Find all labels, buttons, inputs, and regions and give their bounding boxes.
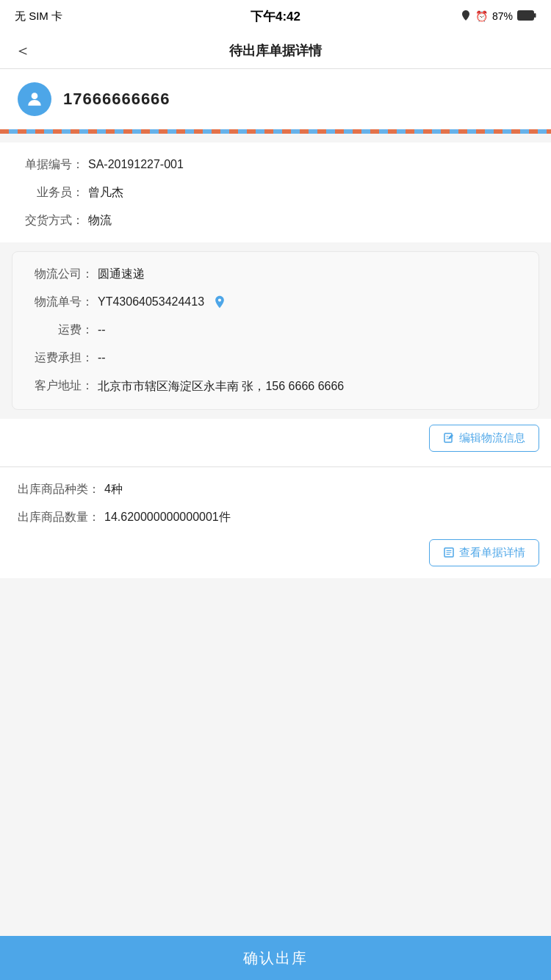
carrier-text: 无 SIM 卡: [15, 10, 62, 24]
battery-icon: [517, 10, 536, 23]
delivery-method-value: 物流: [84, 212, 533, 229]
logistics-company-value: 圆通速递: [93, 265, 524, 283]
status-left: 无 SIM 卡: [15, 10, 68, 24]
category-row: 出库商品种类： 4种: [18, 480, 533, 498]
delivery-method-row: 交货方式： 物流: [18, 212, 533, 229]
document-number-value: SA-20191227-001: [84, 156, 533, 173]
salesperson-label: 业务员：: [18, 184, 84, 201]
avatar: [18, 82, 51, 116]
freight-bearer-value: --: [93, 349, 524, 367]
tracking-number-label: 物流单号：: [27, 293, 93, 311]
salesperson-row: 业务员： 曾凡杰: [18, 184, 533, 201]
confirm-button[interactable]: 确认出库: [0, 936, 551, 980]
freight-value: --: [93, 321, 524, 339]
category-value: 4种: [100, 480, 533, 498]
bottom-spacer: [0, 578, 551, 696]
freight-row: 运费： --: [27, 321, 524, 339]
freight-label: 运费：: [27, 321, 93, 339]
svg-rect-3: [534, 13, 536, 18]
outbound-section: 出库商品种类： 4种 出库商品数量： 14.620000000000001件: [0, 467, 551, 533]
edit-btn-container: 编辑物流信息: [0, 419, 551, 466]
status-time: 下午4:42: [251, 8, 300, 25]
customer-header: 17666666666: [0, 69, 551, 129]
tracking-number-row: 物流单号： YT43064053424413: [27, 293, 524, 311]
salesperson-value: 曾凡杰: [84, 184, 533, 201]
location-status-icon: [461, 10, 471, 24]
back-button[interactable]: ＜: [15, 37, 37, 65]
svg-point-4: [32, 93, 38, 99]
address-value: 北京市市辖区海淀区永丰南 张，156 6666 6666: [93, 377, 524, 396]
category-label: 出库商品种类：: [18, 480, 100, 498]
customer-phone: 17666666666: [63, 90, 170, 109]
freight-bearer-label: 运费承担：: [27, 349, 93, 367]
list-icon: [443, 547, 455, 558]
status-bar: 无 SIM 卡 下午4:42 ⏰ 87%: [0, 0, 551, 32]
status-right: ⏰ 87%: [461, 10, 536, 24]
tracking-location-icon[interactable]: [212, 294, 228, 310]
document-number-label: 单据编号：: [18, 156, 84, 173]
confirm-button-label: 确认出库: [243, 948, 308, 968]
logistics-company-row: 物流公司： 圆通速递: [27, 265, 524, 283]
quantity-row: 出库商品数量： 14.620000000000001件: [18, 508, 533, 526]
document-number-row: 单据编号： SA-20191227-001: [18, 156, 533, 173]
edit-icon: [443, 432, 455, 444]
tracking-number-value: YT43064053424413: [93, 293, 524, 311]
freight-bearer-row: 运费承担： --: [27, 349, 524, 367]
alarm-icon: ⏰: [475, 10, 488, 22]
address-row: 客户地址： 北京市市辖区海淀区永丰南 张，156 6666 6666: [27, 377, 524, 396]
view-details-button[interactable]: 查看单据详情: [429, 539, 539, 566]
logistics-company-label: 物流公司：: [27, 265, 93, 283]
page-title: 待出库单据详情: [229, 42, 322, 60]
quantity-value: 14.620000000000001件: [100, 508, 533, 526]
view-btn-container: 查看单据详情: [0, 533, 551, 578]
dashed-separator: [0, 129, 551, 134]
logistics-card: 物流公司： 圆通速递 物流单号： YT43064053424413 运费： --…: [12, 251, 539, 410]
order-info-section: 单据编号： SA-20191227-001 业务员： 曾凡杰 交货方式： 物流: [0, 143, 551, 242]
battery-text: 87%: [492, 10, 513, 22]
quantity-label: 出库商品数量：: [18, 508, 100, 526]
edit-btn-row: 编辑物流信息: [0, 419, 551, 464]
view-btn-row: 查看单据详情: [0, 533, 551, 578]
svg-rect-2: [519, 11, 533, 19]
delivery-method-label: 交货方式：: [18, 212, 84, 229]
edit-logistics-button[interactable]: 编辑物流信息: [429, 425, 539, 452]
address-label: 客户地址：: [27, 377, 93, 394]
nav-bar: ＜ 待出库单据详情: [0, 32, 551, 69]
